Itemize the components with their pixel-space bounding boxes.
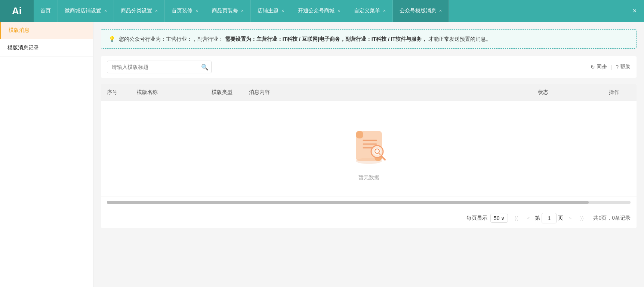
- nav-tab-close-home-decor[interactable]: ×: [195, 8, 198, 13]
- sync-icon: ↻: [591, 64, 595, 70]
- top-navbar: Ai 首页微商城店铺设置×商品分类设置×首页装修×商品页装修×店铺主题×开通公众…: [0, 0, 644, 22]
- sidebar: 模版消息模版消息记录: [0, 22, 93, 287]
- page-label2: 页: [558, 215, 563, 222]
- nav-tab-store-theme[interactable]: 店铺主题×: [251, 0, 291, 22]
- per-page-label: 每页显示: [466, 215, 487, 222]
- nav-tab-micro-store[interactable]: 微商城店铺设置×: [58, 0, 114, 22]
- pagination: 每页显示 50 ∨ ⟨⟨ ＜ 第 页 ＞ ⟩⟩ 共0页，0条记录: [101, 208, 637, 228]
- notice-suffix: 才能正常发送预置的消息。: [428, 36, 491, 42]
- sidebar-item-template-msg-log[interactable]: 模版消息记录: [0, 39, 93, 57]
- nav-tab-home[interactable]: 首页: [34, 0, 58, 22]
- help-label: 帮助: [620, 64, 631, 70]
- horizontal-scrollbar[interactable]: [107, 201, 631, 204]
- help-button[interactable]: ? 帮助: [616, 64, 631, 70]
- nav-tab-product-category[interactable]: 商品分类设置×: [114, 0, 165, 22]
- nav-tab-custom-menu[interactable]: 自定义菜单×: [347, 0, 393, 22]
- last-page-button[interactable]: ⟩⟩: [577, 213, 587, 223]
- table-header: 序号 模版名称 模版类型 消息内容 状态 操作: [101, 84, 637, 101]
- col-content-header: 消息内容: [243, 89, 532, 96]
- page-nav-buttons: ⟨⟨ ＜ 第 页 ＞ ⟩⟩: [511, 213, 587, 223]
- prev-page-button[interactable]: ＜: [523, 213, 533, 223]
- close-all-button[interactable]: ×: [625, 0, 644, 22]
- empty-state-icon: [346, 123, 391, 168]
- nav-tab-list: 首页微商城店铺设置×商品分类设置×首页装修×商品页装修×店铺主题×开通公众号商城…: [34, 0, 625, 22]
- sync-button[interactable]: ↻ 同步: [591, 64, 607, 70]
- notice-prefix: 您的公众号行业为：主营行业：，副营行业：: [119, 36, 224, 42]
- nav-tab-close-product-category[interactable]: ×: [155, 8, 158, 13]
- search-input-wrap: 🔍: [107, 61, 212, 73]
- col-action-header: 操作: [592, 89, 637, 96]
- page-size-select[interactable]: 50 ∨: [490, 214, 508, 223]
- col-seq-header: 序号: [101, 89, 131, 96]
- notice-banner: 💡 您的公众号行业为：主营行业：，副营行业： 需要设置为：主营行业：IT科技 /…: [101, 29, 637, 49]
- search-input[interactable]: [107, 61, 212, 73]
- nav-tab-close-open-mall[interactable]: ×: [338, 8, 340, 13]
- total-info: 共0页，0条记录: [593, 215, 631, 222]
- scrollbar-area: [101, 196, 637, 208]
- search-bar-right: ↻ 同步 | ? 帮助: [591, 64, 631, 70]
- divider: |: [611, 64, 612, 70]
- nav-tab-close-custom-menu[interactable]: ×: [383, 8, 386, 13]
- sidebar-item-template-msg[interactable]: 模版消息: [0, 22, 93, 39]
- nav-tab-home-decor[interactable]: 首页装修×: [165, 0, 205, 22]
- first-page-button[interactable]: ⟨⟨: [511, 213, 521, 223]
- nav-tab-template-msg[interactable]: 公众号模版消息×: [393, 0, 449, 22]
- search-button[interactable]: 🔍: [201, 64, 209, 71]
- next-page-button[interactable]: ＞: [565, 213, 575, 223]
- dropdown-icon: ∨: [501, 215, 505, 221]
- nav-tab-close-template-msg[interactable]: ×: [439, 8, 442, 13]
- nav-tab-close-product-decor[interactable]: ×: [241, 8, 244, 13]
- main-layout: 模版消息模版消息记录 💡 您的公众号行业为：主营行业：，副营行业： 需要设置为：…: [0, 22, 644, 287]
- scrollbar-thumb: [107, 201, 589, 204]
- nav-tab-product-decor[interactable]: 商品页装修×: [205, 0, 251, 22]
- page-size-value: 50: [494, 215, 500, 221]
- nav-tab-open-mall[interactable]: 开通公众号商城×: [291, 0, 347, 22]
- page-label: 第: [535, 215, 540, 222]
- search-bar: 🔍 ↻ 同步 | ? 帮助: [101, 56, 637, 78]
- col-name-header: 模版名称: [131, 89, 206, 96]
- content-area: 💡 您的公众号行业为：主营行业：，副营行业： 需要设置为：主营行业：IT科技 /…: [93, 22, 644, 287]
- nav-tab-close-micro-store[interactable]: ×: [104, 8, 107, 13]
- notice-highlight: 需要设置为：主营行业：IT科技 / 互联网|电子商务，副营行业：IT科技 / I…: [225, 36, 427, 42]
- col-status-header: 状态: [532, 89, 592, 96]
- col-type-header: 模版类型: [206, 89, 243, 96]
- help-icon: ?: [616, 64, 619, 70]
- empty-state: 暂无数据: [101, 101, 637, 196]
- sync-label: 同步: [597, 64, 607, 70]
- nav-tab-close-store-theme[interactable]: ×: [281, 8, 284, 13]
- app-logo: Ai: [0, 0, 34, 22]
- notice-icon: 💡: [109, 36, 115, 42]
- data-table: 序号 模版名称 模版类型 消息内容 状态 操作: [101, 84, 637, 228]
- current-page-input[interactable]: [542, 213, 557, 223]
- empty-text: 暂无数据: [358, 174, 379, 181]
